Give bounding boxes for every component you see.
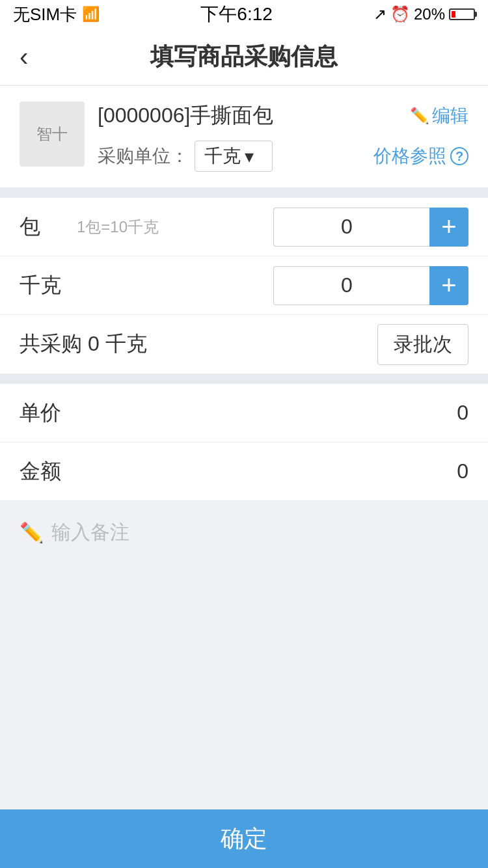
battery-icon xyxy=(449,8,475,20)
status-bar: 无SIM卡 📶 下午6:12 ↗ ⏰ 20% xyxy=(0,0,488,29)
kg-input-controls: + xyxy=(273,266,468,305)
status-time: 下午6:12 xyxy=(200,2,273,27)
amount-value: 0 xyxy=(457,459,468,483)
pack-input-section: 包 1包=10千克 + 千克 + 共采购 0 千克 录批次 xyxy=(0,198,488,373)
pack-sublabel: 1包=10千克 xyxy=(77,217,159,237)
alarm-icon: ⏰ xyxy=(390,5,410,23)
product-name: [0000006]手撕面包 xyxy=(98,102,273,130)
wifi-icon: 📶 xyxy=(82,6,100,23)
pack-plus-button[interactable]: + xyxy=(429,208,468,247)
price-ref-info-icon: ? xyxy=(450,147,468,165)
price-ref-button[interactable]: 价格参照 ? xyxy=(373,144,468,169)
status-left: 无SIM卡 📶 xyxy=(13,3,100,26)
product-image: 智十 xyxy=(20,102,85,167)
divider-2 xyxy=(0,373,488,384)
pack-input-row: 包 1包=10千克 + xyxy=(0,198,488,256)
summary-text: 共采购 0 千克 xyxy=(20,330,147,359)
edit-icon: ✏️ xyxy=(410,107,429,125)
amount-label: 金额 xyxy=(20,457,61,486)
product-logo: 智十 xyxy=(36,124,68,144)
kg-plus-button[interactable]: + xyxy=(429,266,468,305)
unit-price-label: 单价 xyxy=(20,399,61,427)
pack-input-controls: + xyxy=(273,208,468,247)
batch-button[interactable]: 录批次 xyxy=(377,324,468,365)
back-button[interactable]: ‹ xyxy=(20,42,28,72)
page-title: 填写商品采购信息 xyxy=(150,41,338,73)
confirm-button[interactable]: 确定 xyxy=(0,809,488,868)
battery-percent: 20% xyxy=(414,5,445,23)
pack-label: 包 xyxy=(20,213,72,241)
confirm-button-label: 确定 xyxy=(221,823,267,855)
pack-quantity-input[interactable] xyxy=(273,208,429,247)
unit-selector-area: 采购单位： 千克 ▾ xyxy=(98,141,273,172)
carrier-label: 无SIM卡 xyxy=(13,3,77,26)
edit-button[interactable]: ✏️ 编辑 xyxy=(410,103,468,128)
kg-input-row: 千克 + xyxy=(0,256,488,315)
kg-plus-icon: + xyxy=(441,271,456,300)
info-section: 单价 0 金额 0 xyxy=(0,384,488,501)
unit-price-value: 0 xyxy=(457,401,468,425)
unit-select-button[interactable]: 千克 ▾ xyxy=(195,141,273,172)
notes-section[interactable]: ✏️ 输入备注 xyxy=(0,501,488,564)
kg-quantity-input[interactable] xyxy=(273,266,429,305)
status-right: ↗ ⏰ 20% xyxy=(373,5,475,23)
amount-row: 金额 0 xyxy=(0,442,488,501)
dropdown-arrow-icon: ▾ xyxy=(245,146,254,167)
product-section: 智十 [0000006]手撕面包 ✏️ 编辑 采购单位： 千克 ▾ 价格参照 ? xyxy=(0,86,488,187)
divider-1 xyxy=(0,187,488,198)
product-details: [0000006]手撕面包 ✏️ 编辑 采购单位： 千克 ▾ 价格参照 ? xyxy=(98,102,468,172)
edit-label: 编辑 xyxy=(432,103,468,128)
product-unit-row: 采购单位： 千克 ▾ 价格参照 ? xyxy=(98,141,468,172)
location-icon: ↗ xyxy=(373,5,386,23)
empty-space xyxy=(0,564,488,759)
nav-bar: ‹ 填写商品采购信息 xyxy=(0,29,488,86)
summary-row: 共采购 0 千克 录批次 xyxy=(0,315,488,373)
pack-plus-icon: + xyxy=(441,212,456,241)
pencil-icon: ✏️ xyxy=(20,521,44,544)
unit-price-row: 单价 0 xyxy=(0,384,488,442)
unit-prefix-label: 采购单位： xyxy=(98,146,189,166)
product-header: [0000006]手撕面包 ✏️ 编辑 xyxy=(98,102,468,130)
notes-placeholder: 输入备注 xyxy=(51,519,129,546)
kg-label: 千克 xyxy=(20,271,72,300)
unit-value: 千克 xyxy=(204,144,241,169)
price-ref-label: 价格参照 xyxy=(373,144,446,169)
